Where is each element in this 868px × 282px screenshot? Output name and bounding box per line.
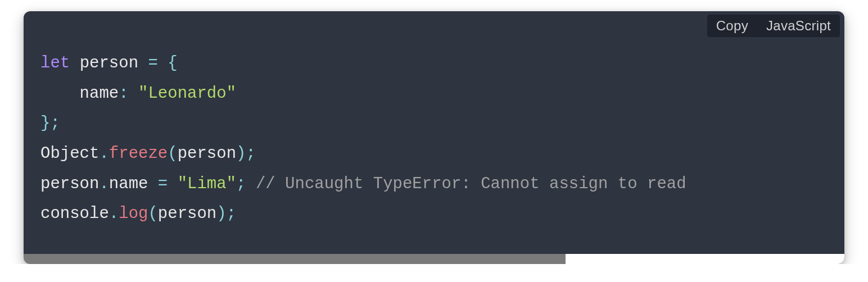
code-token: ) [216,204,226,223]
horizontal-scrollbar[interactable] [24,254,844,264]
code-token: . [99,144,108,163]
code-token: ; [227,204,236,223]
code-token: = [158,175,178,193]
code-block: Copy JavaScript let person = { name: "Le… [24,11,844,264]
code-token: freeze [109,144,168,163]
scrollbar-thumb[interactable] [24,254,566,264]
code-token: ( [148,204,157,223]
code-token: . [99,175,108,193]
code-token: log [119,204,148,223]
code-token: ) [236,144,246,163]
code-line: Object.freeze(person); [40,139,828,169]
language-label: JavaScript [757,15,840,37]
code-token: name [109,175,158,193]
code-token: = [148,54,168,72]
code-token: "Lima" [178,175,236,193]
code-line: name: "Leonardo" [40,79,828,109]
code-block-header: Copy JavaScript [707,15,840,37]
code-token: ( [168,144,177,163]
code-token: : [119,84,138,103]
code-token: name [40,84,119,103]
copy-button[interactable]: Copy [707,15,757,37]
code-token: let [40,54,80,72]
code-token: Object [40,144,99,163]
code-token: ; [50,114,60,133]
code-token: "Leonardo" [138,84,236,103]
code-token: ; [236,175,256,193]
code-token: } [40,114,50,133]
code-token: person [80,54,148,72]
code-line: let person = { [40,48,828,79]
code-token: . [109,204,119,223]
code-token: { [168,54,177,72]
code-token: console [40,204,109,223]
code-content: let person = { name: "Leonardo"};Object.… [24,11,844,254]
code-token: person [40,175,99,193]
code-token: person [178,144,236,163]
code-token: person [158,204,216,223]
code-line: console.log(person); [40,199,828,229]
code-line: }; [40,108,828,139]
code-token: ; [246,144,255,163]
code-line: person.name = "Lima"; // Uncaught TypeEr… [40,169,828,199]
code-token: // Uncaught TypeError: Cannot assign to … [256,175,686,193]
